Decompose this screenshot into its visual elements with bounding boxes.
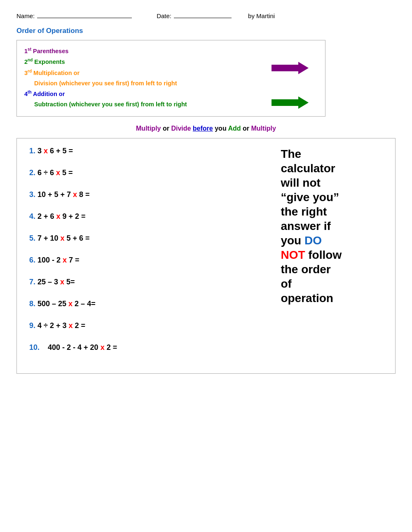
problem-9-expression: 4 ÷ 2 + 3 x 2 =: [37, 321, 85, 330]
problem-1-expression: 3 x 6 + 5 =: [37, 147, 73, 155]
author-label: by Martini: [248, 12, 275, 19]
problem-10-number: 10.: [29, 343, 46, 352]
problem-10-expression: 400 - 2 - 4 + 20 x 2 =: [48, 343, 117, 352]
problem-6: 6. 100 - 2 x 7 =: [29, 256, 266, 265]
sidebar-message: The calculator will not “give you” the r…: [281, 147, 389, 305]
section-title: Order of Operations: [16, 27, 396, 35]
op-3rd-label: 3rd Multiplication or: [24, 70, 80, 76]
op-2nd-label: 2nd Exponents: [24, 59, 65, 65]
problem-1-number: 1.: [29, 147, 37, 155]
problem-4: 4. 2 + 6 x 9 + 2 =: [29, 212, 266, 221]
purple-arrow-icon: [272, 62, 309, 74]
name-line: [37, 18, 132, 18]
problem-8-expression: 500 – 25 x 2 – 4=: [37, 300, 96, 308]
problem-9: 9. 4 ÷ 2 + 3 x 2 =: [29, 321, 266, 330]
name-field: Name:: [16, 12, 132, 19]
you-label: you: [215, 125, 228, 132]
problem-6-number: 6.: [29, 256, 37, 264]
op-subtraction-label: Subtraction (whichever you see first) fr…: [34, 101, 187, 108]
problem-3: 3. 10 + 5 + 7 x 8 =: [29, 190, 266, 199]
problem-4-expression: 2 + 6 x 9 + 2 =: [37, 212, 86, 220]
problem-2-expression: 6 ÷ 6 x 5 =: [37, 169, 73, 177]
divide-word: Divide: [171, 125, 191, 132]
problem-8: 8. 500 – 25 x 2 – 4=: [29, 300, 266, 308]
problem-9-number: 9.: [29, 321, 37, 330]
op-line-1: 1st Parentheses: [24, 46, 318, 56]
problem-4-number: 4.: [29, 212, 37, 220]
op-division-label: Division (whichever you see first) from …: [34, 80, 177, 87]
problem-10: 10. 400 - 2 - 4 + 20 x 2 =: [29, 343, 266, 352]
problem-8-number: 8.: [29, 300, 37, 308]
before-word: before: [193, 125, 213, 132]
date-field: Date:: [157, 12, 232, 19]
problem-7: 7. 25 – 3 x 5=: [29, 278, 266, 286]
problem-7-number: 7.: [29, 278, 37, 286]
sidebar-cell: The calculator will not “give you” the r…: [274, 138, 395, 373]
problem-5-expression: 7 + 10 x 5 + 6 =: [37, 234, 90, 242]
problems-cell: 1. 3 x 6 + 5 = 2. 6 ÷ 6 x 5 = 3. 10 + 5 …: [17, 138, 274, 373]
problem-3-number: 3.: [29, 190, 37, 199]
problem-7-expression: 25 – 3 x 5=: [37, 278, 75, 286]
problem-5-number: 5.: [29, 234, 37, 242]
name-label: Name:: [16, 12, 35, 19]
problem-6-expression: 100 - 2 x 7 =: [37, 256, 80, 264]
green-arrow-icon: [272, 96, 309, 109]
problem-2-number: 2.: [29, 169, 37, 177]
op-1st-label: 1st Parentheses: [24, 48, 68, 54]
or1: or: [163, 125, 171, 132]
svg-marker-1: [272, 96, 309, 109]
date-label: Date:: [157, 12, 171, 19]
multiply-rule: Multiply or Divide before you Add or Mul…: [16, 125, 396, 132]
multiply-word-2: Multiply: [251, 125, 276, 132]
problem-5: 5. 7 + 10 x 5 + 6 =: [29, 234, 266, 243]
problem-2: 2. 6 ÷ 6 x 5 =: [29, 169, 266, 177]
multiply-word: Multiply: [136, 125, 161, 132]
operations-box: 1st Parentheses 2nd Exponents 3rd Multip…: [16, 40, 325, 117]
problem-1: 1. 3 x 6 + 5 =: [29, 147, 266, 155]
do-word: DO: [304, 234, 322, 247]
svg-marker-0: [272, 62, 309, 74]
add-word: Add: [228, 125, 241, 132]
or2: or: [243, 125, 251, 132]
main-table: 1. 3 x 6 + 5 = 2. 6 ÷ 6 x 5 = 3. 10 + 5 …: [16, 138, 396, 374]
not-word: NOT: [281, 248, 305, 261]
date-line: [174, 18, 232, 18]
header: Name: Date: by Martini: [16, 12, 396, 19]
problem-3-expression: 10 + 5 + 7 x 8 =: [37, 190, 90, 199]
op-line-4: Division (whichever you see first) from …: [24, 79, 318, 88]
op-4th-label: 4th Addition or: [24, 91, 65, 97]
